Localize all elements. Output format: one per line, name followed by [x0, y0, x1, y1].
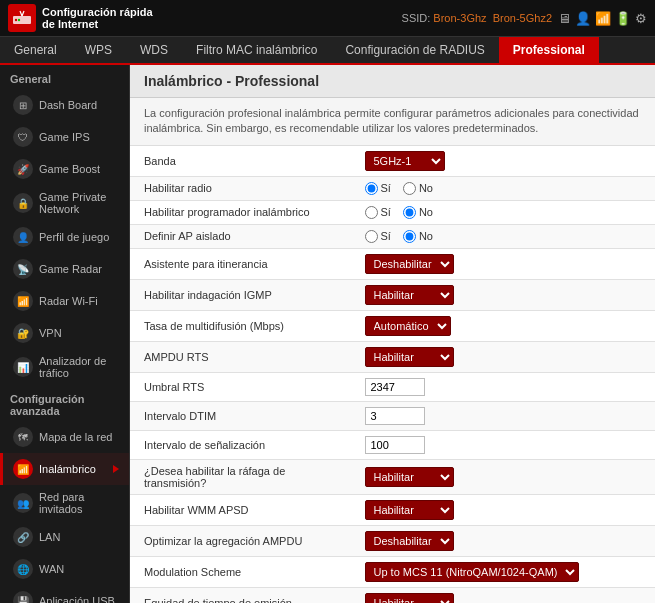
sidebar-item-analizador[interactable]: 📊 Analizador de tráfico [0, 349, 129, 385]
sidebar: General ⊞ Dash Board 🛡 Game IPS 🚀 Game B… [0, 65, 130, 603]
input-umbral-rts[interactable] [365, 378, 425, 396]
tabs-row: General WPS WDS Filtro MAC inalámbrico C… [0, 37, 655, 65]
row-optimizar-ampdu: Optimizar la agregación AMPDU Deshabilit… [130, 525, 655, 556]
page-title: Inalámbrico - Professional [144, 73, 641, 89]
content-header: Inalámbrico - Professional [130, 65, 655, 98]
label-intervalo-senalizacion: Intervalo de señalización [130, 430, 351, 459]
sidebar-section-advanced: Configuración avanzada [0, 385, 129, 421]
page-description: La configuración profesional inalámbrica… [130, 98, 655, 146]
content-area: Inalámbrico - Professional La configurac… [130, 65, 655, 603]
sidebar-item-inalambrico[interactable]: 📶 Inalámbrico [0, 453, 129, 485]
input-intervalo-senalizacion[interactable] [365, 436, 425, 454]
select-tasa-multidifusion[interactable]: Automático 1 2 [365, 316, 451, 336]
select-optimizar-ampdu[interactable]: Deshabilitar Habilitar [365, 531, 454, 551]
label-equidad: Equidad de tiempo de emisión [130, 587, 351, 603]
label-programador: Habilitar programador inalámbrico [130, 200, 351, 224]
label-wmm-apsd: Habilitar WMM APSD [130, 494, 351, 525]
row-igmp: Habilitar indagación IGMP Habilitar Desh… [130, 279, 655, 310]
dashboard-icon: ⊞ [13, 95, 33, 115]
label-optimizar-ampdu: Optimizar la agregación AMPDU [130, 525, 351, 556]
label-habilitar-radio: Habilitar radio [130, 176, 351, 200]
radio-no-habilitar[interactable]: No [403, 182, 433, 195]
radio-ap-aislado: Sí No [365, 230, 642, 243]
select-wmm-apsd[interactable]: Habilitar Deshabilitar [365, 500, 454, 520]
label-asistente: Asistente para itinerancia [130, 248, 351, 279]
ssid-2g-link[interactable]: Bron-5Ghz2 [493, 12, 552, 24]
inalambrico-icon: 📶 [13, 459, 33, 479]
sidebar-item-perfilwifi[interactable]: 👤 Perfil de juego [0, 221, 129, 253]
sidebar-item-gpn[interactable]: 🔒 Game Private Network [0, 185, 129, 221]
gpn-icon: 🔒 [13, 193, 33, 213]
monitor-icon: 🖥 [558, 11, 571, 26]
wan-icon: 🌐 [13, 559, 33, 579]
label-intervalo-dtim: Intervalo DTIM [130, 401, 351, 430]
row-ampdu-rts: AMPDU RTS Habilitar Deshabilitar [130, 341, 655, 372]
select-rafaga[interactable]: Habilitar Deshabilitar [365, 467, 454, 487]
svg-point-1 [15, 19, 17, 21]
sidebar-item-redinvitados[interactable]: 👥 Red para invitados [0, 485, 129, 521]
sidebar-item-usb[interactable]: 💾 Aplicación USB [0, 585, 129, 603]
gameboost-icon: 🚀 [13, 159, 33, 179]
radio-no-programador[interactable]: No [403, 206, 433, 219]
usb-icon: 💾 [13, 591, 33, 603]
label-modulation: Modulation Scheme [130, 556, 351, 587]
radio-no-ap[interactable]: No [403, 230, 433, 243]
sidebar-item-mapa[interactable]: 🗺 Mapa de la red [0, 421, 129, 453]
radarwifi-icon: 📶 [13, 291, 33, 311]
input-intervalo-dtim[interactable] [365, 407, 425, 425]
radio-habilitar-radio: Sí No [365, 182, 642, 195]
tab-radius[interactable]: Configuración de RADIUS [331, 37, 498, 63]
select-ampdu-rts[interactable]: Habilitar Deshabilitar [365, 347, 454, 367]
sidebar-item-wan[interactable]: 🌐 WAN [0, 553, 129, 585]
select-equidad[interactable]: Habilitar Deshabilitar [365, 593, 454, 603]
tab-general[interactable]: General [0, 37, 71, 63]
router-icon [8, 4, 36, 32]
sidebar-item-vpn[interactable]: 🔐 VPN [0, 317, 129, 349]
label-tasa-multidifusion: Tasa de multidifusión (Mbps) [130, 310, 351, 341]
select-banda[interactable]: 5GHz-1 2.4GHz 5GHz-2 [365, 151, 445, 171]
sidebar-section-general: General [0, 65, 129, 89]
signal-icon: 📶 [595, 11, 611, 26]
tab-professional[interactable]: Professional [499, 37, 599, 63]
select-igmp[interactable]: Habilitar Deshabilitar [365, 285, 454, 305]
analizador-icon: 📊 [13, 357, 33, 377]
sidebar-item-gameradar[interactable]: 📡 Game Radar [0, 253, 129, 285]
row-equidad: Equidad de tiempo de emisión Habilitar D… [130, 587, 655, 603]
tab-filtro-mac[interactable]: Filtro MAC inalámbrico [182, 37, 331, 63]
sidebar-item-lan[interactable]: 🔗 LAN [0, 521, 129, 553]
ssid-5g-link[interactable]: Bron-3Ghz [433, 12, 486, 24]
sidebar-item-gameips[interactable]: 🛡 Game IPS [0, 121, 129, 153]
perfilwifi-icon: 👤 [13, 227, 33, 247]
tab-wds[interactable]: WDS [126, 37, 182, 63]
user-icon: 👤 [575, 11, 591, 26]
sidebar-item-radarwifi[interactable]: 📶 Radar Wi-Fi [0, 285, 129, 317]
gear-icon[interactable]: ⚙ [635, 11, 647, 26]
settings-table: Banda 5GHz-1 2.4GHz 5GHz-2 Habilitar rad… [130, 146, 655, 603]
row-umbral-rts: Umbral RTS [130, 372, 655, 401]
tab-wps[interactable]: WPS [71, 37, 126, 63]
vpn-icon: 🔐 [13, 323, 33, 343]
label-igmp: Habilitar indagación IGMP [130, 279, 351, 310]
svg-point-2 [18, 19, 20, 21]
row-tasa-multidifusion: Tasa de multidifusión (Mbps) Automático … [130, 310, 655, 341]
radio-si-ap[interactable]: Sí [365, 230, 391, 243]
label-ampdu-rts: AMPDU RTS [130, 341, 351, 372]
mapa-icon: 🗺 [13, 427, 33, 447]
select-asistente[interactable]: Deshabilitar Habilitar [365, 254, 454, 274]
row-intervalo-dtim: Intervalo DTIM [130, 401, 655, 430]
label-rafaga: ¿Desea habilitar la ráfaga de transmisió… [130, 459, 351, 494]
sidebar-item-gameboost[interactable]: 🚀 Game Boost [0, 153, 129, 185]
row-modulation: Modulation Scheme Up to MCS 11 (NitroQAM… [130, 556, 655, 587]
sidebar-item-dashboard[interactable]: ⊞ Dash Board [0, 89, 129, 121]
row-wmm-apsd: Habilitar WMM APSD Habilitar Deshabilita… [130, 494, 655, 525]
gameradar-icon: 📡 [13, 259, 33, 279]
row-ap-aislado: Definir AP aislado Sí No [130, 224, 655, 248]
lan-icon: 🔗 [13, 527, 33, 547]
select-modulation[interactable]: Up to MCS 11 (NitroQAM/1024-QAM) Up to M… [365, 562, 579, 582]
row-asistente: Asistente para itinerancia Deshabilitar … [130, 248, 655, 279]
radio-si-habilitar[interactable]: Sí [365, 182, 391, 195]
radio-si-programador[interactable]: Sí [365, 206, 391, 219]
label-ap-aislado: Definir AP aislado [130, 224, 351, 248]
row-banda: Banda 5GHz-1 2.4GHz 5GHz-2 [130, 146, 655, 177]
icons-group: 🖥 👤 📶 🔋 ⚙ [558, 11, 647, 26]
